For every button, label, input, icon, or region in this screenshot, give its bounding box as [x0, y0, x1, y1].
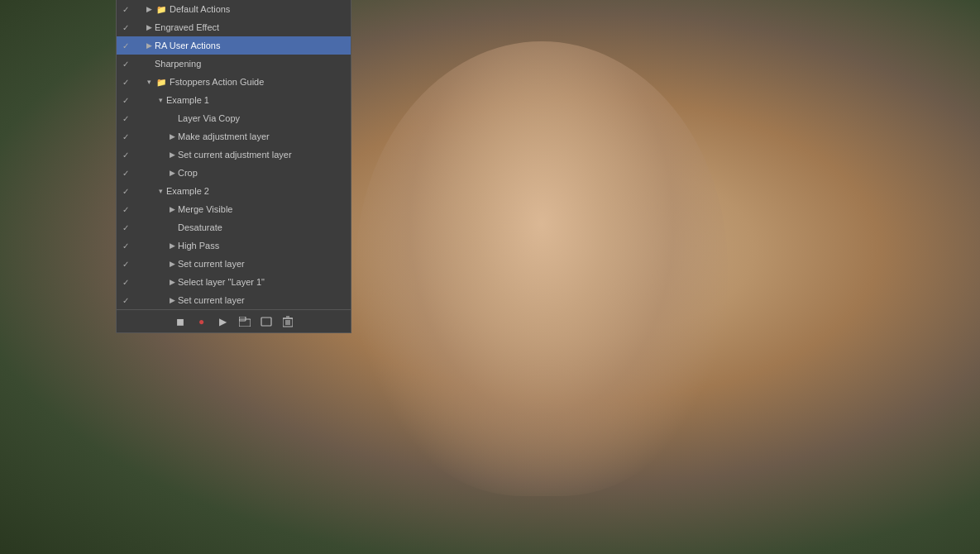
- panel-toolbar: ◼ ● ▶: [117, 309, 351, 332]
- label-desaturate: Desaturate: [178, 222, 347, 232]
- check-set-current-layer-2: ✓: [120, 296, 131, 305]
- check-fstoppers-action-guide: ✓: [120, 78, 131, 87]
- check-example-1: ✓: [120, 96, 131, 105]
- action-row-layer-via-copy[interactable]: ✓Layer Via Copy: [117, 109, 351, 127]
- expand-merge-visible[interactable]: ▶: [166, 205, 178, 213]
- label-ra-user-actions: RA User Actions: [155, 41, 347, 50]
- action-row-sharpening[interactable]: ✓Sharpening: [117, 55, 351, 73]
- play-button[interactable]: ▶: [216, 314, 231, 329]
- action-row-make-adjustment-layer[interactable]: ✓▶Make adjustment layer: [117, 127, 351, 146]
- label-high-pass: High Pass: [178, 241, 347, 251]
- check-crop: ✓: [120, 169, 131, 178]
- actions-panel: ✓▶📁Default Actions✓▶Engraved Effect✓▶RA …: [116, 0, 351, 333]
- expand-set-current-layer-2[interactable]: ▶: [166, 296, 178, 304]
- expand-set-current-layer[interactable]: ▶: [166, 260, 178, 268]
- label-select-layer-1: Select layer "Layer 1": [178, 277, 347, 287]
- folder-icon-fstoppers-action-guide: 📁: [155, 78, 168, 87]
- check-select-layer-1: ✓: [120, 278, 131, 287]
- check-desaturate: ✓: [120, 223, 131, 232]
- action-row-crop[interactable]: ✓▶Crop: [117, 164, 351, 182]
- expand-high-pass[interactable]: ▶: [166, 241, 178, 250]
- label-engraved-effect: Engraved Effect: [155, 22, 347, 32]
- stop-button[interactable]: ◼: [173, 314, 188, 329]
- action-row-engraved-effect[interactable]: ✓▶Engraved Effect: [117, 18, 351, 36]
- expand-fstoppers-action-guide[interactable]: ▾: [143, 78, 155, 86]
- check-example-2: ✓: [120, 187, 131, 196]
- record-button[interactable]: ●: [194, 314, 209, 329]
- action-row-default-actions[interactable]: ✓▶📁Default Actions: [117, 0, 351, 18]
- create-set-button[interactable]: [237, 314, 252, 329]
- expand-engraved-effect[interactable]: ▶: [143, 23, 155, 31]
- expand-select-layer-1[interactable]: ▶: [166, 278, 178, 286]
- check-ra-user-actions: ✓: [120, 41, 131, 50]
- label-make-adjustment-layer: Make adjustment layer: [178, 131, 347, 141]
- label-example-1: Example 1: [166, 95, 347, 105]
- label-example-2: Example 2: [166, 186, 347, 196]
- action-row-example-1[interactable]: ✓▾Example 1: [117, 91, 351, 109]
- expand-make-adjustment-layer[interactable]: ▶: [166, 132, 178, 141]
- check-engraved-effect: ✓: [120, 23, 131, 32]
- expand-example-1[interactable]: ▾: [155, 96, 166, 104]
- action-row-high-pass[interactable]: ✓▶High Pass: [117, 236, 351, 255]
- delete-button[interactable]: [280, 314, 295, 329]
- check-merge-visible: ✓: [120, 205, 131, 214]
- action-row-set-current-layer-2[interactable]: ✓▶Set current layer: [117, 291, 351, 309]
- action-row-merge-visible[interactable]: ✓▶Merge Visible: [117, 200, 351, 218]
- check-high-pass: ✓: [120, 241, 131, 251]
- label-default-actions: Default Actions: [170, 4, 347, 14]
- check-layer-via-copy: ✓: [120, 114, 131, 123]
- check-set-current-adjustment-layer: ✓: [120, 150, 131, 160]
- label-sharpening: Sharpening: [155, 59, 347, 69]
- check-sharpening: ✓: [120, 60, 131, 69]
- action-row-fstoppers-action-guide[interactable]: ✓▾📁Fstoppers Action Guide: [117, 73, 351, 91]
- label-merge-visible: Merge Visible: [178, 204, 347, 214]
- action-row-set-current-layer[interactable]: ✓▶Set current layer: [117, 255, 351, 273]
- action-row-set-current-adjustment-layer[interactable]: ✓▶Set current adjustment layer: [117, 146, 351, 164]
- action-row-select-layer-1[interactable]: ✓▶Select layer "Layer 1": [117, 273, 351, 291]
- action-row-ra-user-actions[interactable]: ✓▶RA User Actions: [117, 36, 351, 55]
- svg-rect-2: [261, 318, 271, 326]
- expand-ra-user-actions[interactable]: ▶: [143, 41, 155, 50]
- face-overlay: [356, 41, 728, 496]
- create-action-button[interactable]: [259, 314, 274, 329]
- action-row-example-2[interactable]: ✓▾Example 2: [117, 182, 351, 200]
- svg-rect-0: [239, 319, 251, 327]
- check-default-actions: ✓: [120, 5, 131, 14]
- check-make-adjustment-layer: ✓: [120, 132, 131, 141]
- expand-set-current-adjustment-layer[interactable]: ▶: [166, 150, 178, 159]
- label-set-current-layer: Set current layer: [178, 259, 347, 269]
- folder-icon-default-actions: 📁: [155, 5, 168, 14]
- expand-default-actions[interactable]: ▶: [143, 5, 155, 13]
- expand-example-2[interactable]: ▾: [155, 187, 166, 195]
- check-set-current-layer: ✓: [120, 260, 131, 269]
- label-set-current-layer-2: Set current layer: [178, 295, 347, 305]
- label-crop: Crop: [178, 168, 347, 178]
- expand-crop[interactable]: ▶: [166, 169, 178, 177]
- label-layer-via-copy: Layer Via Copy: [178, 113, 347, 123]
- label-fstoppers-action-guide: Fstoppers Action Guide: [170, 77, 347, 87]
- label-set-current-adjustment-layer: Set current adjustment layer: [178, 150, 347, 160]
- action-row-desaturate[interactable]: ✓Desaturate: [117, 218, 351, 236]
